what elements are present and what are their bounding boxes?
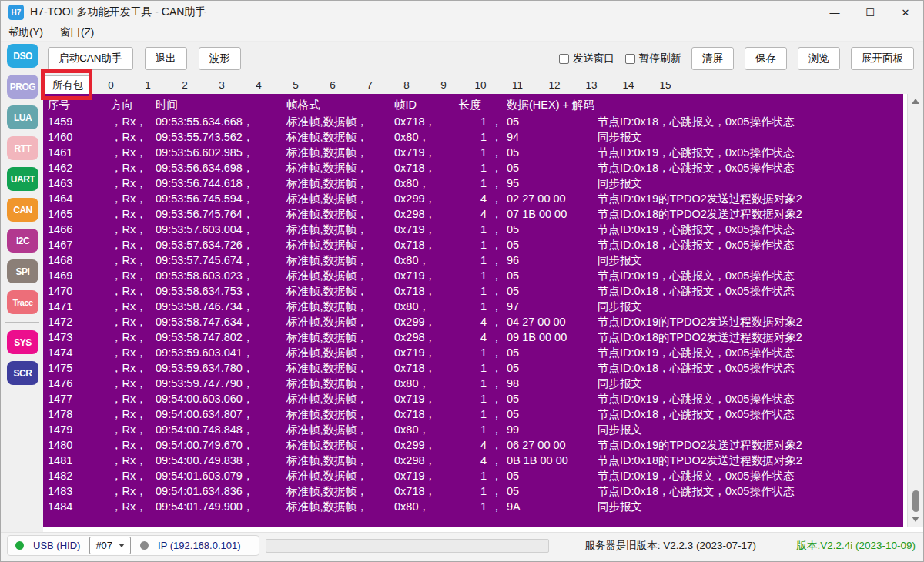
table-row[interactable]: 1479，Rx，09:54:00.748.848，标准帧,数据帧，0x80，1，… [48, 422, 903, 437]
tab-13[interactable]: 13 [573, 75, 610, 94]
table-row[interactable]: 1473，Rx，09:53:58.747.802，标准帧,数据帧，0x298，4… [48, 330, 903, 345]
device-select[interactable]: #07 [89, 537, 131, 554]
tab-6[interactable]: 6 [314, 75, 351, 94]
table-row[interactable]: 1471，Rx，09:53:58.746.734，标准帧,数据帧，0x80，1，… [48, 299, 903, 314]
table-row[interactable]: 1462，Rx，09:53:56.634.698，标准帧,数据帧，0x718，1… [48, 160, 903, 176]
sidebar-item-uart[interactable]: UART [7, 167, 38, 191]
table-row[interactable]: 1472，Rx，09:53:58.747.634，标准帧,数据帧，0x299，4… [48, 314, 903, 330]
usb-status[interactable]: USB (HID) [33, 540, 80, 551]
tab-1[interactable]: 1 [129, 75, 166, 94]
checkbox-box-1[interactable] [625, 54, 635, 64]
scrollbar-thumb[interactable] [912, 490, 919, 512]
table-row[interactable]: 1475，Rx，09:53:59.634.780，标准帧,数据帧，0x718，1… [48, 360, 903, 376]
minimize-button[interactable]: — [817, 1, 852, 24]
sidebar-item-prog[interactable]: PROG [7, 75, 38, 99]
sidebar: DSOPROGLUARTTUARTCANI2CSPITraceSYSSCR [1, 42, 43, 532]
cell-decode: 节点ID:0x18的TPDO2发送过程数据对象2 [598, 453, 903, 468]
sidebar-item-can[interactable]: CAN [7, 198, 38, 222]
tab-12[interactable]: 12 [536, 75, 573, 94]
table-row[interactable]: 1466，Rx，09:53:57.603.004，标准帧,数据帧，0x719，1… [48, 222, 903, 237]
table-row[interactable]: 1465，Rx，09:53:56.745.764，标准帧,数据帧，0x298，4… [48, 206, 903, 222]
sidebar-item-trace[interactable]: Trace [7, 290, 38, 314]
cell-seq: 1462 [48, 160, 111, 176]
cell-time: 09:53:57.745.674， [156, 253, 286, 268]
tab-5[interactable]: 5 [277, 75, 314, 94]
table-row[interactable]: 1464，Rx，09:53:56.745.594，标准帧,数据帧，0x299，4… [48, 191, 903, 206]
table-row[interactable]: 1459，Rx，09:53:55.634.668，标准帧,数据帧，0x718，1… [48, 114, 903, 129]
cell-separator: ， [487, 483, 507, 499]
checkbox-0[interactable]: 发送窗口 [559, 52, 614, 65]
sidebar-item-rtt[interactable]: RTT [7, 136, 38, 160]
scroll-down-icon[interactable] [912, 517, 919, 522]
toolbar-button-2[interactable]: 波形 [199, 47, 241, 70]
vertical-scrollbar[interactable] [907, 94, 923, 527]
tab-0[interactable]: 0 [92, 75, 129, 94]
cell-decode: 节点ID:0x18，心跳报文，0x05操作状态 [598, 114, 903, 129]
menu-item-z[interactable]: 窗口(Z) [60, 25, 94, 39]
cell-separator: ， [487, 222, 507, 237]
toolbar-button-0[interactable]: 启动CAN助手 [48, 47, 133, 70]
tab-[interactable]: 所有包 [43, 75, 92, 94]
table-row[interactable]: 1478，Rx，09:54:00.634.807，标准帧,数据帧，0x718，1… [48, 406, 903, 422]
tab-2[interactable]: 2 [166, 75, 203, 94]
table-row[interactable]: 1476，Rx，09:53:59.747.790，标准帧,数据帧，0x80，1，… [48, 376, 903, 391]
cell-seq: 1481 [48, 453, 111, 468]
toolbar-right-button-1[interactable]: 保存 [745, 47, 787, 70]
app-icon: H7 [8, 5, 24, 20]
checkbox-box-0[interactable] [559, 54, 569, 64]
cell-separator: ， [487, 268, 507, 283]
table-row[interactable]: 1460，Rx，09:53:55.743.562，标准帧,数据帧，0x80，1，… [48, 129, 903, 145]
ip-status[interactable]: IP (192.168.0.101) [158, 540, 240, 551]
tab-3[interactable]: 3 [203, 75, 240, 94]
table-row[interactable]: 1467，Rx，09:53:57.634.726，标准帧,数据帧，0x718，1… [48, 237, 903, 253]
tab-10[interactable]: 10 [462, 75, 499, 94]
maximize-button[interactable]: ☐ [852, 1, 888, 24]
tab-8[interactable]: 8 [388, 75, 425, 94]
table-row[interactable]: 1469，Rx，09:53:58.603.023，标准帧,数据帧，0x719，1… [48, 268, 903, 283]
tab-11[interactable]: 11 [499, 75, 536, 94]
cell-separator: ， [487, 330, 507, 345]
sidebar-item-sys[interactable]: SYS [7, 330, 38, 354]
table-row[interactable]: 1481，Rx，09:54:00.749.838，标准帧,数据帧，0x298，4… [48, 453, 903, 468]
toolbar-right-button-3[interactable]: 展开面板 [851, 47, 914, 70]
table-row[interactable]: 1484，Rx，09:54:01.749.900，标准帧,数据帧，0x80，1，… [48, 499, 903, 514]
table-row[interactable]: 1461，Rx，09:53:56.602.985，标准帧,数据帧，0x719，1… [48, 145, 903, 160]
tab-9[interactable]: 9 [425, 75, 462, 94]
sidebar-item-lua[interactable]: LUA [7, 105, 38, 129]
table-row[interactable]: 1470，Rx，09:53:58.634.753，标准帧,数据帧，0x718，1… [48, 283, 903, 299]
cell-decode: 节点ID:0x18的TPDO2发送过程数据对象2 [598, 330, 903, 345]
tab-14[interactable]: 14 [610, 75, 647, 94]
sidebar-item-scr[interactable]: SCR [7, 361, 38, 385]
cell-decode: 节点ID:0x19，心跳报文，0x05操作状态 [598, 391, 903, 406]
table-row[interactable]: 1480，Rx，09:54:00.749.670，标准帧,数据帧，0x299，4… [48, 437, 903, 453]
toolbar-right-button-0[interactable]: 清屏 [691, 47, 734, 70]
sidebar-item-i2c[interactable]: I2C [7, 229, 38, 253]
table-row[interactable]: 1483，Rx，09:54:01.634.836，标准帧,数据帧，0x718，1… [48, 483, 903, 499]
cell-separator: ， [487, 468, 507, 483]
table-row[interactable]: 1477，Rx，09:54:00.603.060，标准帧,数据帧，0x719，1… [48, 391, 903, 406]
checkbox-1[interactable]: 暂停刷新 [625, 52, 681, 65]
table-row[interactable]: 1463，Rx，09:53:56.744.618，标准帧,数据帧，0x80，1，… [48, 176, 903, 191]
tab-7[interactable]: 7 [351, 75, 388, 94]
toolbar-right-button-2[interactable]: 浏览 [798, 47, 840, 70]
cell-frame-id: 0x80， [394, 422, 459, 437]
cell-decode: 节点ID:0x18，心跳报文，0x05操作状态 [598, 360, 903, 376]
cell-seq: 1471 [48, 299, 111, 314]
cell-dir: ，Rx， [111, 145, 156, 160]
sidebar-item-dso[interactable]: DSO [7, 44, 38, 68]
table-row[interactable]: 1482，Rx，09:54:01.603.079，标准帧,数据帧，0x719，1… [48, 468, 903, 483]
close-button[interactable]: ✕ [888, 1, 923, 24]
cell-length: 4 [459, 437, 487, 453]
sidebar-item-spi[interactable]: SPI [7, 259, 38, 283]
table-row[interactable]: 1474，Rx，09:53:59.603.041，标准帧,数据帧，0x719，1… [48, 345, 903, 360]
menu-item-y[interactable]: 帮助(Y) [8, 25, 43, 39]
scroll-up-icon[interactable] [912, 99, 919, 104]
cell-frame-id: 0x80， [394, 376, 459, 391]
cell-seq: 1474 [48, 345, 111, 360]
table-row[interactable]: 1468，Rx，09:53:57.745.674，标准帧,数据帧，0x80，1，… [48, 253, 903, 268]
tab-15[interactable]: 15 [647, 75, 684, 94]
toolbar-button-1[interactable]: 退出 [145, 47, 187, 70]
cell-format: 标准帧,数据帧， [286, 253, 394, 268]
cell-length: 1 [459, 129, 487, 145]
tab-4[interactable]: 4 [240, 75, 277, 94]
